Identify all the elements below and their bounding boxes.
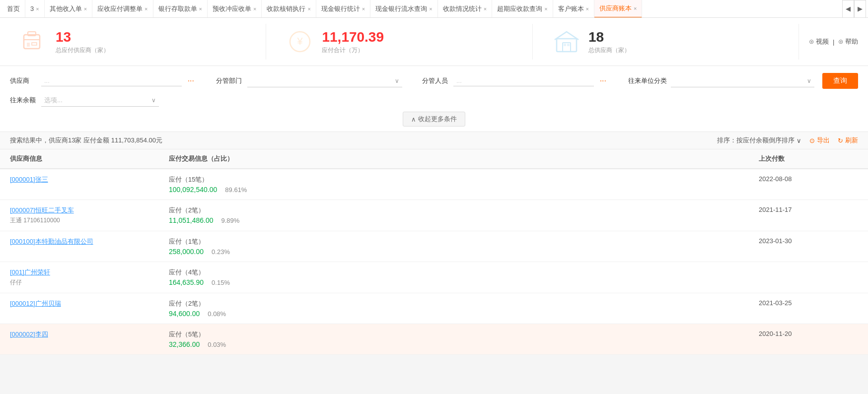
- nav-tab-3[interactable]: 3 ×: [25, 0, 45, 18]
- close-icon[interactable]: ×: [145, 6, 147, 12]
- balance-placeholder: 选项...: [44, 96, 63, 105]
- nav-right-arrow[interactable]: ▶: [854, 0, 866, 18]
- top-right-links: ⊙ 视频 | ⊙ 帮助: [799, 37, 868, 46]
- supplier-link[interactable]: [001]广州荣轩: [10, 268, 50, 276]
- data-table: 供应商信息 应付交易信息（占比） 上次付数 [000001]张三 应付（15笔）…: [0, 149, 868, 355]
- last-pay-cell: 2021-03-25: [759, 299, 858, 307]
- supplier-link[interactable]: [000001]张三: [10, 176, 48, 183]
- nav-tab-collection-stat[interactable]: 收款情况统计 ×: [438, 0, 492, 18]
- close-icon[interactable]: ×: [586, 6, 589, 12]
- payable-suppliers-label: 总应付供应商（家）: [56, 46, 109, 55]
- summary-text-all-suppliers: 18 总供应商（家）: [588, 29, 630, 55]
- filter-row-1: 供应商 ··· 分管部门 ∨ 分管人员 ··· 往来单位分类 ∨ 查询: [10, 73, 858, 89]
- total-suppliers-label: 总供应商（家）: [588, 46, 630, 55]
- supplier-link[interactable]: [000100]本特勤油品有限公司: [10, 238, 93, 245]
- nav-tab-other-income[interactable]: 其他收入单 ×: [45, 0, 92, 18]
- table-row: [001]广州荣轩 仔仔 应付（4笔） 164,635.90 0.15%: [0, 262, 868, 293]
- last-pay-cell: 2022-08-08: [759, 175, 858, 183]
- balance-dropdown[interactable]: 选项... ∨: [41, 94, 159, 107]
- nav-tab-customer-ledger[interactable]: 客户账本 ×: [553, 0, 594, 18]
- summary-text-payable: 13 总应付供应商（家）: [56, 29, 109, 55]
- supplier-link[interactable]: [000007]恒旺二手叉车: [10, 206, 74, 214]
- transaction-percent: 0.23%: [212, 248, 230, 256]
- category-filter-label: 往来单位分类: [628, 76, 667, 85]
- svg-rect-4: [32, 43, 37, 45]
- close-icon[interactable]: ×: [199, 6, 202, 12]
- transaction-info-cell: 应付（2笔） 11,051,486.00 9.89%: [169, 206, 759, 224]
- last-pay-date: 2021-11-17: [759, 206, 792, 213]
- nav-tab-cash-bank-stat[interactable]: 现金银行统计 ×: [316, 0, 370, 18]
- supplier-sub-info: 王通 17106110000: [10, 216, 169, 225]
- nav-tab-home[interactable]: 首页: [2, 0, 25, 18]
- close-icon[interactable]: ×: [307, 6, 310, 12]
- table-row: [000001]张三 应付（15笔） 100,092,540.00 89.61%…: [0, 169, 868, 200]
- collapse-arrow-icon: ∧: [411, 116, 416, 123]
- table-row: [000002]李四 应付（5笔） 32,366.00 0.03% 2020-1…: [0, 324, 868, 355]
- nav-tab-prepay-offset[interactable]: 预收冲应收单 ×: [208, 0, 262, 18]
- transaction-details: 应付（1笔） 258,000.00 0.23%: [169, 237, 759, 256]
- supplier-sub-info: 仔仔: [10, 278, 169, 287]
- svg-rect-9: [564, 44, 566, 46]
- nav-tab-ar-ap-adjust[interactable]: 应收应付调整单 ×: [92, 0, 153, 18]
- close-icon[interactable]: ×: [544, 6, 547, 12]
- transaction-amount: 94,600.00: [169, 310, 200, 318]
- supplier-info-cell: [000002]李四: [10, 330, 169, 339]
- nav-tab-bank-deposit[interactable]: 银行存取款单 ×: [153, 0, 208, 18]
- person-dots-button[interactable]: ···: [598, 76, 608, 85]
- dept-filter-label: 分管部门: [216, 76, 243, 85]
- last-pay-cell: 2021-11-17: [759, 206, 858, 213]
- close-icon[interactable]: ×: [253, 6, 256, 12]
- table-row: [000007]恒旺二手叉车 王通 17106110000 应付（2笔） 11,…: [0, 200, 868, 231]
- supplier-info-cell: [000007]恒旺二手叉车 王通 17106110000: [10, 206, 169, 225]
- supplier-info-cell: [000100]本特勤油品有限公司: [10, 237, 169, 246]
- filter-balance: 往来余额 选项... ∨: [10, 94, 159, 107]
- export-icon: ⊙: [809, 137, 815, 144]
- refresh-icon: ↻: [838, 137, 843, 144]
- dept-dropdown[interactable]: ∨: [247, 74, 402, 87]
- help-link[interactable]: ⊙ 帮助: [838, 37, 858, 46]
- sort-label: 排序：按应付余额倒序排序: [717, 136, 795, 145]
- search-button[interactable]: 查询: [822, 73, 858, 89]
- filter-dept: 分管部门 ∨: [216, 74, 402, 87]
- payable-suppliers-count: 13: [56, 29, 109, 46]
- transaction-info-cell: 应付（2笔） 94,600.00 0.08%: [169, 299, 759, 318]
- category-dropdown[interactable]: ∨: [671, 74, 814, 87]
- transaction-amount: 32,366.00: [169, 340, 200, 348]
- collapse-button[interactable]: ∧ 收起更多条件: [403, 112, 465, 127]
- close-icon[interactable]: ×: [84, 6, 87, 12]
- supplier-link[interactable]: [000002]李四: [10, 330, 48, 338]
- total-suppliers-count: 18: [588, 29, 630, 46]
- supplier-dots-button[interactable]: ···: [186, 76, 196, 85]
- supplier-link[interactable]: [000012]广州贝瑞: [10, 300, 61, 307]
- video-link[interactable]: ⊙ 视频: [809, 37, 829, 46]
- store-icon: [553, 28, 580, 56]
- svg-rect-3: [27, 43, 30, 47]
- sort-select[interactable]: 排序：按应付余额倒序排序 ∨: [717, 136, 801, 145]
- nav-tab-overdue-ar[interactable]: 超期应收款查询 ×: [492, 0, 553, 18]
- person-filter-input[interactable]: [453, 75, 594, 86]
- summary-card-payable-suppliers: 13 总应付供应商（家）: [0, 24, 266, 60]
- nav-tab-supplier-ledger[interactable]: 供应商账本 ×: [594, 0, 642, 18]
- transaction-details: 应付（5笔） 32,366.00 0.03%: [169, 330, 759, 348]
- close-icon[interactable]: ×: [362, 6, 365, 12]
- table-row: [000012]广州贝瑞 应付（2笔） 94,600.00 0.08% 2021…: [0, 293, 868, 324]
- help-icon: ⊙: [838, 38, 843, 45]
- nav-left-arrow[interactable]: ◀: [842, 0, 854, 18]
- supplier-filter-input[interactable]: [41, 75, 182, 86]
- close-icon[interactable]: ×: [484, 6, 487, 12]
- refresh-button[interactable]: ↻ 刷新: [838, 136, 858, 145]
- transaction-label: 应付（5笔）: [169, 330, 759, 339]
- close-icon[interactable]: ×: [429, 6, 432, 12]
- nav-tab-cash-flow[interactable]: 现金银行流水查询 ×: [370, 0, 437, 18]
- nav-tab-payment-verify[interactable]: 收款核销执行 ×: [262, 0, 316, 18]
- last-pay-date: 2023-01-30: [759, 237, 792, 245]
- transaction-percent: 9.89%: [221, 217, 240, 224]
- transaction-label: 应付（15笔）: [169, 175, 759, 184]
- header-last-pay: 上次付数: [759, 154, 858, 163]
- transaction-label: 应付（1笔）: [169, 237, 759, 246]
- close-icon[interactable]: ×: [634, 5, 637, 11]
- export-button[interactable]: ⊙ 导出: [809, 136, 830, 145]
- supplier-info-cell: [000012]广州贝瑞: [10, 299, 169, 308]
- transaction-details: 应付（4笔） 164,635.90 0.15%: [169, 268, 759, 286]
- close-icon[interactable]: ×: [36, 6, 39, 12]
